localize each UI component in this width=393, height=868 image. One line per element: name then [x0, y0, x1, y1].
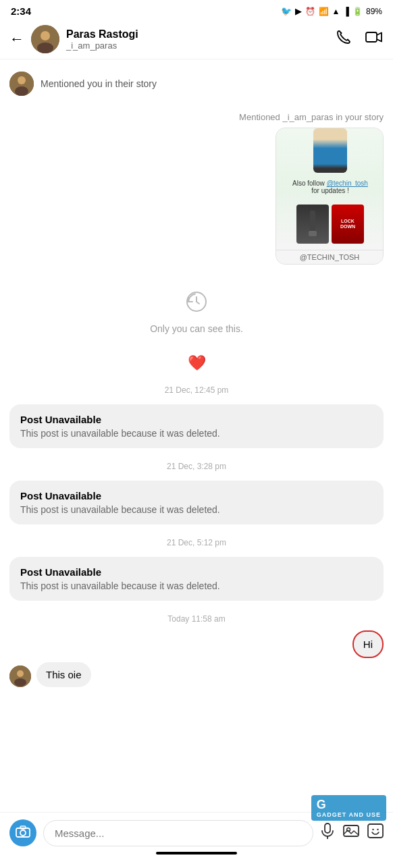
svg-rect-20 [368, 824, 383, 838]
youtube-icon: ▶ [295, 6, 302, 16]
message-row-this-oie: This oie [9, 662, 384, 687]
heart-reaction: ❤️ [9, 348, 384, 379]
post-unavailable-title-2: Post Unavailable [20, 490, 373, 501]
sent-story-mention: Mentioned _i_am_paras in your story Also… [9, 107, 384, 273]
post-unavailable-2: Post Unavailable This post is unavailabl… [9, 481, 384, 524]
svg-point-22 [377, 829, 378, 830]
svg-rect-7 [310, 211, 315, 234]
message-row-hi: Hi [9, 630, 384, 658]
bubble-hi: Hi [352, 630, 384, 658]
bubble-hi-text: Hi [363, 639, 373, 650]
post-unavailable-title-1: Post Unavailable [20, 414, 373, 425]
video-call-button[interactable] [365, 28, 384, 50]
wifi-icon: ▲ [332, 7, 340, 16]
svg-rect-18 [344, 825, 359, 836]
story-mention-text: Mentioned you in their story [41, 78, 157, 89]
battery-icon: 🔋 [352, 7, 363, 16]
post-unavailable-desc-1: This post is unavailable because it was … [20, 428, 373, 439]
battery-percent: 89% [366, 7, 382, 16]
svg-rect-3 [366, 32, 377, 42]
svg-rect-15 [20, 826, 26, 829]
contact-handle: _i_am_paras [66, 40, 335, 51]
contact-info: Paras Rastogi _i_am_paras [66, 28, 335, 51]
timestamp-3: 21 Dec, 5:12 pm [9, 531, 384, 554]
svg-point-5 [18, 76, 26, 84]
twitter-icon: 🐦 [281, 6, 292, 16]
story-image-content: Also follow @techin_toshfor updates ! LO… [276, 128, 384, 250]
svg-point-6 [15, 86, 28, 96]
svg-point-12 [14, 678, 26, 686]
heart-icon: ❤️ [188, 354, 206, 372]
camera-icon [16, 825, 30, 841]
status-bar: 2:34 🐦 ▶ ⏰ 📶 ▲ ▐ 🔋 89% [0, 0, 393, 20]
header-actions [335, 28, 384, 50]
mic-button[interactable] [320, 823, 335, 843]
post-unavailable-1: Post Unavailable This post is unavailabl… [9, 404, 384, 448]
post-unavailable-desc-2: This post is unavailable because it was … [20, 504, 373, 515]
story-mention-received: Mentioned you in their story [9, 66, 384, 101]
bubble-this-oie-text: This oie [46, 669, 82, 680]
received-avatar [9, 666, 31, 687]
svg-point-14 [20, 830, 26, 836]
input-icons [320, 823, 384, 843]
sent-story-text: Mentioned _i_am_paras in your story [9, 112, 384, 122]
photo-button[interactable] [343, 823, 359, 842]
message-input[interactable] [43, 820, 313, 846]
chat-header: ← Paras Rastogi _i_am_paras [0, 20, 393, 59]
svg-rect-16 [325, 823, 330, 833]
svg-point-11 [17, 670, 24, 677]
svg-point-1 [41, 31, 50, 40]
story-inner-caption: Also follow @techin_toshfor updates ! [288, 175, 372, 198]
camera-button[interactable] [9, 819, 36, 846]
home-indicator [156, 852, 237, 855]
messages-container: 21 Dec, 12:45 pm Post Unavailable This p… [9, 379, 384, 687]
svg-rect-8 [309, 231, 317, 236]
bubble-this-oie: This oie [36, 662, 91, 687]
post-unavailable-3: Post Unavailable This post is unavailabl… [9, 557, 384, 601]
phone-signal-icon: 📶 [319, 7, 329, 16]
emoji-button[interactable] [367, 823, 384, 842]
history-icon [185, 290, 208, 318]
signal-icon: ▐ [343, 7, 349, 16]
call-button[interactable] [335, 28, 352, 50]
status-time: 2:34 [11, 5, 31, 17]
only-you-notice: Only you can see this. [9, 277, 384, 348]
story-image-bubble[interactable]: Also follow @techin_toshfor updates ! LO… [276, 128, 384, 265]
story-tag: @TECHIN_TOSH [276, 250, 383, 264]
timestamp-2: 21 Dec, 3:28 pm [9, 455, 384, 478]
contact-name: Paras Rastogi [66, 28, 335, 40]
contact-avatar[interactable] [31, 25, 59, 53]
watermark: GGADGET AND USE [311, 795, 386, 821]
chat-area: Mentioned you in their story Mentioned _… [0, 59, 393, 752]
status-icons: 🐦 ▶ ⏰ 📶 ▲ ▐ 🔋 89% [281, 6, 382, 16]
only-you-text: Only you can see this. [150, 323, 243, 334]
alarm-icon: ⏰ [305, 7, 315, 16]
post-unavailable-title-3: Post Unavailable [20, 566, 373, 578]
message-input-row [9, 819, 384, 846]
svg-point-2 [37, 43, 53, 53]
back-button[interactable]: ← [9, 30, 24, 48]
timestamp-today: Today 11:58 am [9, 607, 384, 630]
story-products: LOCKDOWN [276, 198, 384, 250]
post-unavailable-desc-3: This post is unavailable because it was … [20, 580, 373, 591]
timestamp-1: 21 Dec, 12:45 pm [9, 379, 384, 402]
story-thumb-avatar [9, 72, 34, 96]
svg-point-21 [372, 829, 373, 830]
